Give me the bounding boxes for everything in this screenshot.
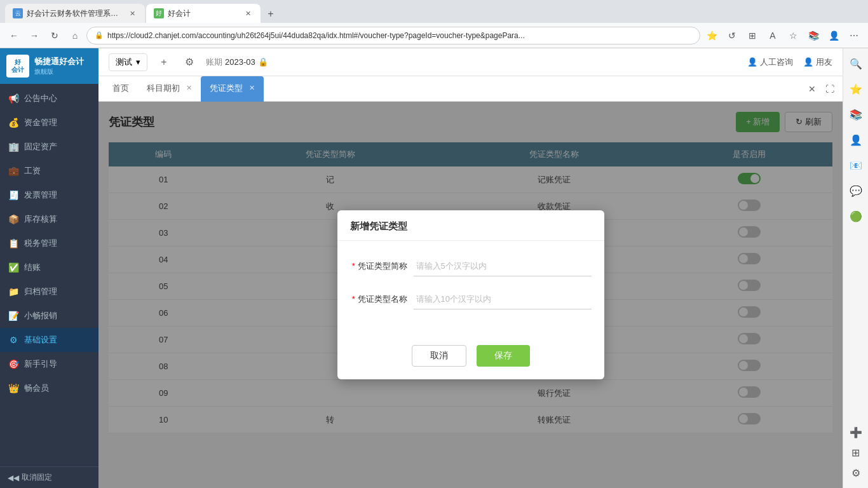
tax-icon: 📋 [8, 238, 19, 249]
reload-page-button[interactable]: ↺ [723, 27, 741, 44]
short-name-row: 凭证类型简称 [350, 256, 592, 276]
tab-close-1[interactable]: ✕ [127, 8, 137, 18]
full-name-row: 凭证类型名称 [350, 289, 592, 309]
consultation-button[interactable]: 👤 人工咨询 [747, 57, 793, 68]
right-add-icon[interactable]: ➕ [846, 422, 866, 442]
right-outlook-icon[interactable]: 📧 [846, 155, 866, 175]
invoice-icon: 🧾 [8, 189, 19, 201]
tab-subject-close[interactable]: ✕ [186, 84, 192, 92]
unpin-button[interactable]: ◀◀ 取消固定 [8, 472, 91, 483]
workspace-name: 测试 [116, 57, 132, 68]
sidebar-toggle[interactable]: ⊞ [743, 27, 761, 44]
short-name-input[interactable] [414, 256, 592, 276]
modal-footer: 取消 保存 [337, 337, 604, 379]
short-name-label: 凭证类型简称 [350, 261, 407, 272]
tab-subject[interactable]: 科目期初 ✕ [138, 76, 201, 102]
expense-icon: 📝 [8, 310, 19, 322]
sidebar-item-archive[interactable]: 📁 归档管理 [0, 280, 98, 304]
add-workspace-button[interactable]: + [155, 53, 173, 71]
full-name-input[interactable] [414, 289, 592, 309]
right-star-icon[interactable]: ⭐ [846, 79, 866, 99]
workspace-selector[interactable]: 测试 ▾ [109, 53, 147, 71]
fav-button[interactable]: ☆ [784, 27, 802, 44]
profile-button[interactable]: 👤 [825, 27, 843, 44]
tab-voucher-type-close[interactable]: ✕ [249, 84, 255, 92]
new-tab-button[interactable]: + [262, 5, 280, 23]
modal-overlay: 新增凭证类型 凭证类型简称 凭证类型名称 [98, 102, 843, 488]
sidebar-item-expense[interactable]: 📝 小畅报销 [0, 304, 98, 328]
tab-favicon-2: 好 [154, 8, 164, 18]
sidebar-item-announcement[interactable]: 📢 公告中心 [0, 86, 98, 111]
tab-window-controls: ✕ ⛶ [804, 81, 837, 97]
tab-maximize-button[interactable]: ⛶ [822, 81, 837, 97]
back-button[interactable]: ← [5, 27, 23, 44]
sidebar-item-guide[interactable]: 🎯 新手引导 [0, 352, 98, 376]
tab-close-2[interactable]: ✕ [243, 8, 253, 18]
tab-home[interactable]: 首页 [104, 76, 138, 102]
user-avatar: 👤 [803, 57, 813, 67]
period-value: 2023-03 [225, 57, 255, 67]
font-button[interactable]: A [764, 27, 782, 44]
sidebar-item-inventory[interactable]: 📦 库存核算 [0, 207, 98, 231]
sidebar-item-member[interactable]: 👑 畅会员 [0, 376, 98, 400]
sidebar-logo-inner: 好会计 [11, 58, 24, 74]
tab-minimize-button[interactable]: ✕ [804, 81, 820, 97]
user-button[interactable]: 👤 用友 [803, 57, 832, 68]
right-sidebar-bottom: ➕ ⊞ ⚙ [846, 422, 866, 483]
payroll-icon: 💼 [8, 165, 19, 177]
sidebar-label-settings: 基础设置 [24, 334, 57, 346]
sidebar-header: 好会计 畅捷通好会计 旗舰版 [0, 48, 98, 84]
settings-topbar-button[interactable]: ⚙ [180, 53, 198, 71]
settings-icon: ⚙ [8, 334, 19, 346]
member-icon: 👑 [8, 383, 19, 394]
sidebar-item-tax[interactable]: 📋 税务管理 [0, 231, 98, 255]
modal-header: 新增凭证类型 [337, 210, 604, 241]
modal-body: 凭证类型简称 凭证类型名称 [337, 241, 604, 337]
address-text: https://cloud2.chanjet.com/accounting/uh… [107, 31, 692, 40]
sidebar-brand: 畅捷通好会计 旗舰版 [34, 56, 84, 76]
sidebar-nav: 📢 公告中心 💰 资金管理 🏢 固定资产 💼 工资 🧾 发票管理 📦 库 [0, 84, 98, 466]
right-teams-icon[interactable]: 💬 [846, 180, 866, 201]
tab-title-1: 好会计云财务软件管理系统_会计 [27, 8, 123, 19]
tab-favicon-1: 云 [13, 8, 23, 18]
sidebar-item-settings[interactable]: ⚙ 基础设置 [0, 328, 98, 352]
sidebar-item-fixed-asset[interactable]: 🏢 固定资产 [0, 135, 98, 159]
cancel-button[interactable]: 取消 [412, 345, 466, 367]
consultation-icon: 👤 [747, 57, 757, 67]
save-button[interactable]: 保存 [477, 345, 530, 367]
right-collection-icon[interactable]: 📚 [846, 104, 866, 125]
right-settings-icon[interactable]: ⚙ [846, 463, 866, 483]
sidebar-label-inventory: 库存核算 [24, 214, 57, 225]
sidebar-item-payroll[interactable]: 💼 工资 [0, 159, 98, 183]
sidebar-label-fund: 资金管理 [24, 117, 57, 128]
sidebar-label-payroll: 工资 [24, 165, 41, 177]
main-content: 凭证类型 + 新增 ↻ 刷新 编码 凭证类型简称 凭证类型名称 是否启用 [98, 102, 843, 488]
browser-chrome: 云 好会计云财务软件管理系统_会计 ✕ 好 好会计 ✕ + ← → ↻ ⌂ 🔒 … [0, 0, 868, 48]
sidebar-item-fund[interactable]: 💰 资金管理 [0, 111, 98, 135]
page-tabs: 首页 科目期初 ✕ 凭证类型 ✕ ✕ ⛶ [98, 76, 843, 102]
extensions-button[interactable]: ⭐ [703, 27, 721, 44]
sidebar-label-settlement: 结账 [24, 262, 41, 273]
tab-home-label: 首页 [112, 83, 129, 94]
sidebar-label-invoice: 发票管理 [24, 189, 57, 201]
sidebar-label-announcement: 公告中心 [24, 93, 57, 104]
guide-icon: 🎯 [8, 358, 19, 370]
forward-button[interactable]: → [25, 27, 43, 44]
tab-voucher-type[interactable]: 凭证类型 ✕ [201, 76, 264, 102]
address-bar[interactable]: 🔒 https://cloud2.chanjet.com/accounting/… [86, 27, 700, 44]
right-grid-icon[interactable]: ⊞ [846, 442, 866, 463]
home-button[interactable]: ⌂ [66, 27, 84, 44]
right-search-icon[interactable]: 🔍 [846, 53, 866, 74]
sidebar-item-settlement[interactable]: ✅ 结账 [0, 255, 98, 280]
right-apps-icon[interactable]: 🟢 [846, 206, 866, 226]
period-info: 账期 2023-03 🔒 [206, 57, 268, 68]
tab-subject-label: 科目期初 [147, 83, 180, 94]
browser-tab-2[interactable]: 好 好会计 ✕ [146, 4, 261, 23]
sidebar-label-guide: 新手引导 [24, 358, 57, 370]
sidebar-item-invoice[interactable]: 🧾 发票管理 [0, 183, 98, 207]
browser-tab-1[interactable]: 云 好会计云财务软件管理系统_会计 ✕ [5, 4, 145, 23]
right-user-icon[interactable]: 👤 [846, 130, 866, 150]
reload-button[interactable]: ↻ [46, 27, 64, 44]
menu-button[interactable]: ⋯ [845, 27, 863, 44]
collection-button[interactable]: 📚 [804, 27, 822, 44]
